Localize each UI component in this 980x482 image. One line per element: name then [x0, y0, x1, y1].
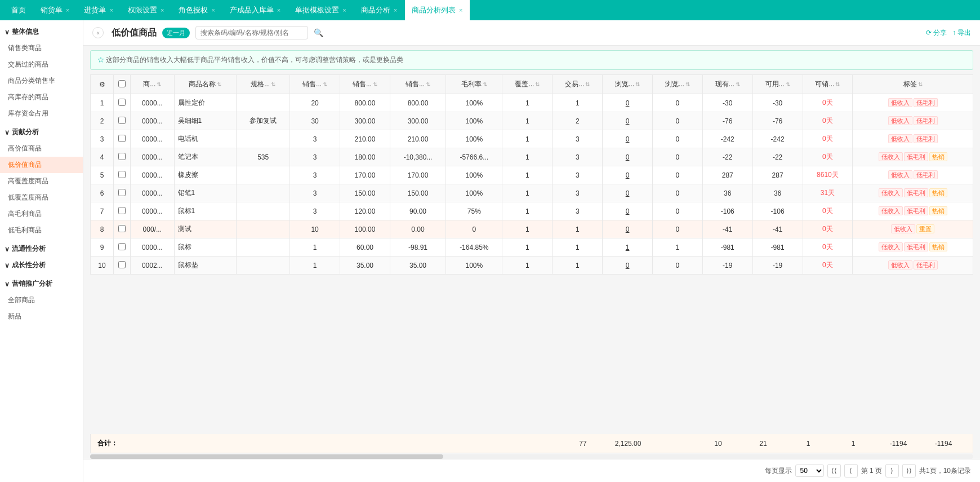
first-page-button[interactable]: ⟨⟨ — [827, 464, 841, 477]
row-browse1[interactable]: 0 — [603, 202, 653, 220]
collapse-sidebar-button[interactable]: « — [92, 27, 104, 38]
row-browse1[interactable]: 0 — [603, 94, 653, 112]
share-button[interactable]: ⟳ 分享 — [926, 28, 947, 38]
sidebar-item-stock-capital[interactable]: 库存资金占用 — [0, 105, 83, 122]
row-s1: 3 — [290, 184, 340, 202]
col-checkbox[interactable] — [114, 75, 131, 94]
col-name[interactable]: 商品名称⇅ — [174, 75, 237, 94]
row-checkbox[interactable] — [114, 238, 131, 257]
row-browse1[interactable]: 0 — [603, 220, 653, 238]
col-trade[interactable]: 交易...⇅ — [553, 75, 603, 94]
nav-sales[interactable]: 销货单 × — [34, 0, 76, 20]
sidebar-group-growth[interactable]: ∨成长性分析 — [0, 257, 83, 273]
row-browse1[interactable]: 0 — [603, 257, 653, 275]
nav-roles[interactable]: 角色授权 × — [172, 0, 221, 20]
row-margin: -5766.6... — [446, 148, 502, 166]
row-s2: 150.00 — [340, 184, 390, 202]
nav-template[interactable]: 单据模板设置 × — [288, 0, 353, 20]
sidebar-item-low-margin[interactable]: 低毛利商品 — [0, 222, 83, 238]
sidebar-item-category-sales[interactable]: 商品分类销售率 — [0, 73, 83, 89]
col-margin[interactable]: 毛利率⇅ — [446, 75, 502, 94]
row-s2: 170.00 — [340, 166, 390, 184]
date-badge[interactable]: 近一月 — [162, 28, 190, 38]
row-s2: 210.00 — [340, 130, 390, 148]
row-browse1[interactable]: 0 — [603, 148, 653, 166]
row-checkbox[interactable] — [114, 220, 131, 238]
row-browse1[interactable]: 0 — [603, 130, 653, 148]
nav-product-analysis[interactable]: 商品分析 × — [354, 0, 404, 20]
row-checkbox[interactable] — [114, 112, 131, 130]
horizontal-scrollbar[interactable] — [90, 454, 973, 459]
nav-permissions[interactable]: 权限设置 × — [121, 0, 171, 20]
row-checkbox[interactable] — [114, 184, 131, 202]
col-sales3[interactable]: 销售...⇅ — [390, 75, 446, 94]
search-input[interactable] — [195, 26, 308, 39]
sidebar-group-overall[interactable]: ∨整体信息 — [0, 24, 83, 40]
sidebar-item-high-value[interactable]: 高价值商品 — [0, 140, 83, 157]
close-icon[interactable]: × — [161, 7, 164, 14]
row-s1: 1 — [290, 238, 340, 257]
last-page-button[interactable]: ⟩⟩ — [902, 464, 916, 477]
col-tags[interactable]: 标签⇅ — [853, 75, 973, 94]
row-browse1[interactable]: 0 — [603, 184, 653, 202]
sidebar-item-high-margin[interactable]: 高毛利商品 — [0, 206, 83, 222]
col-stock2[interactable]: 可用...⇅ — [752, 75, 803, 94]
select-all-checkbox[interactable] — [118, 80, 126, 87]
row-days: 0天 — [803, 257, 853, 275]
next-page-button[interactable]: ⟩ — [885, 464, 899, 477]
close-icon[interactable]: × — [459, 7, 462, 14]
row-margin: 75% — [446, 202, 502, 220]
row-browse1[interactable]: 1 — [603, 238, 653, 257]
row-checkbox[interactable] — [114, 130, 131, 148]
close-icon[interactable]: × — [342, 7, 346, 14]
nav-purchase[interactable]: 进货单 × — [77, 0, 119, 20]
export-button[interactable]: ↑ 导出 — [952, 28, 971, 38]
col-browse1[interactable]: 浏览...⇅ — [603, 75, 653, 94]
scrollbar-thumb[interactable] — [90, 454, 443, 459]
col-stock1[interactable]: 现有...⇅ — [702, 75, 752, 94]
close-icon[interactable]: × — [277, 7, 280, 14]
search-icon[interactable]: 🔍 — [314, 28, 323, 37]
close-icon[interactable]: × — [211, 7, 215, 14]
sidebar-item-traded-products[interactable]: 交易过的商品 — [0, 56, 83, 73]
row-spec — [237, 184, 290, 202]
sidebar-item-low-coverage[interactable]: 低覆盖度商品 — [0, 189, 83, 206]
row-name: 鼠标垫 — [174, 257, 237, 275]
close-icon[interactable]: × — [109, 7, 113, 14]
col-settings[interactable]: ⚙ — [91, 75, 114, 94]
sidebar-group-marketing[interactable]: ∨营销推广分析 — [0, 276, 83, 292]
col-stock3[interactable]: 可销...⇅ — [803, 75, 853, 94]
col-code[interactable]: 商...⇅ — [131, 75, 174, 94]
close-icon[interactable]: × — [394, 7, 397, 14]
col-spec[interactable]: 规格...⇅ — [237, 75, 290, 94]
col-sales2[interactable]: 销售...⇅ — [340, 75, 390, 94]
row-checkbox[interactable] — [114, 202, 131, 220]
page-size-select[interactable]: 50 100 200 — [795, 465, 824, 477]
sidebar-item-low-value[interactable]: 低价值商品 — [0, 157, 83, 173]
col-coverage[interactable]: 覆盖...⇅ — [502, 75, 553, 94]
sidebar-item-sales-products[interactable]: 销售类商品 — [0, 40, 83, 56]
nav-home[interactable]: 首页 — [5, 0, 33, 20]
sidebar-item-all-products[interactable]: 全部商品 — [0, 292, 83, 308]
row-browse1[interactable]: 0 — [603, 166, 653, 184]
row-margin: 0 — [446, 220, 502, 238]
sidebar-item-high-stock[interactable]: 高库存的商品 — [0, 89, 83, 105]
row-checkbox[interactable] — [114, 148, 131, 166]
sidebar-item-high-coverage[interactable]: 高覆盖度商品 — [0, 173, 83, 189]
row-checkbox[interactable] — [114, 166, 131, 184]
prev-page-button[interactable]: ⟨ — [844, 464, 858, 477]
sidebar-group-circulation[interactable]: ∨流通性分析 — [0, 241, 83, 257]
row-browse1[interactable]: 0 — [603, 112, 653, 130]
col-sales1[interactable]: 销售...⇅ — [290, 75, 340, 94]
data-table-container[interactable]: ⚙ 商...⇅ 商品名称⇅ 规格...⇅ 销售...⇅ 销售...⇅ 销售...… — [90, 74, 973, 434]
nav-warehouse[interactable]: 产成品入库单 × — [223, 0, 287, 20]
sidebar-item-new-products[interactable]: 新品 — [0, 308, 83, 325]
col-browse2[interactable]: 浏览...⇅ — [653, 75, 703, 94]
close-icon[interactable]: × — [66, 7, 69, 14]
nav-product-analysis-list[interactable]: 商品分析列表 × — [405, 0, 469, 20]
row-checkbox[interactable] — [114, 94, 131, 112]
row-checkbox[interactable] — [114, 257, 131, 275]
sidebar-group-contribution[interactable]: ∨贡献分析 — [0, 124, 83, 140]
row-trade: 2 — [553, 112, 603, 130]
row-index: 4 — [91, 148, 114, 166]
